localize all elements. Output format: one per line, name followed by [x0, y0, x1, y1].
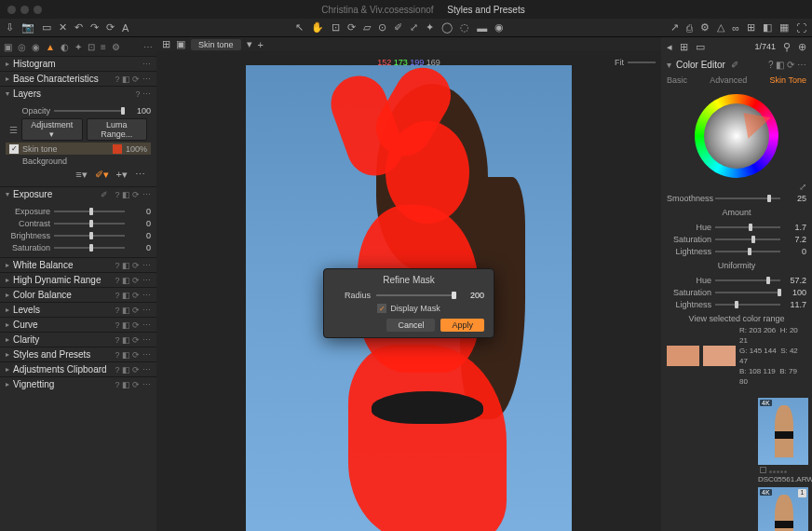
fullscreen-icon[interactable]: ⛶: [796, 22, 806, 34]
crop-icon[interactable]: ⊡: [332, 21, 340, 34]
luma-range-button[interactable]: Luma Range...: [87, 118, 148, 141]
base-characteristics-section[interactable]: ▸Base Characteristics? ◧ ⟳ ⋯: [0, 72, 156, 86]
amount-hue-slider[interactable]: Hue1.7: [667, 221, 806, 233]
library-tab-icon[interactable]: ▣: [4, 42, 12, 52]
thumbnail-0[interactable]: 4K DSC05561.ARW: [758, 398, 808, 483]
browser-prev-icon[interactable]: ◂: [667, 41, 672, 53]
undo-icon[interactable]: ↶: [74, 21, 83, 34]
camera-icon[interactable]: 📷: [21, 21, 34, 34]
display-mask-label: Display Mask: [390, 304, 440, 313]
gradient-icon[interactable]: ▬: [477, 22, 487, 34]
section-adjustments clipboard[interactable]: ▸Adjustments Clipboard? ◧ ⟳ ⋯: [0, 362, 156, 376]
tag-dropdown-icon[interactable]: ▾: [247, 38, 252, 50]
opacity-slider[interactable]: Opacity 100: [6, 104, 151, 116]
histogram-section[interactable]: ▸Histogram⋯: [0, 57, 156, 71]
tab-basic[interactable]: Basic: [667, 75, 687, 85]
folder-icon[interactable]: ▭: [42, 21, 51, 34]
exposure-section[interactable]: ▾Exposure✐ ? ◧ ⟳ ⋯: [0, 187, 156, 201]
variant-tag[interactable]: Skin tone: [191, 39, 241, 50]
search-icon[interactable]: ⚲: [783, 41, 791, 53]
redo-icon[interactable]: ↷: [90, 21, 99, 34]
mask-icon[interactable]: ∞: [732, 22, 739, 34]
mask-draw-icon[interactable]: ◯: [441, 21, 453, 34]
view-single-icon[interactable]: ▣: [176, 38, 185, 50]
adjust-tab-icon[interactable]: ⊡: [88, 42, 95, 52]
section-levels[interactable]: ▸Levels? ◧ ⟳ ⋯: [0, 303, 156, 317]
section-vignetting[interactable]: ▸Vignetting? ◧ ⟳ ⋯: [0, 377, 156, 391]
keystone-icon[interactable]: ▱: [363, 21, 371, 34]
tab-skin-tone[interactable]: Skin Tone: [770, 75, 806, 85]
warning-icon[interactable]: △: [717, 21, 724, 34]
color-editor-title[interactable]: Color Editor: [676, 60, 725, 70]
capture-tab-icon[interactable]: ◎: [18, 42, 26, 52]
uniformity-hue-slider[interactable]: Hue57.2: [667, 274, 806, 286]
color-tab-icon[interactable]: ▲: [46, 42, 55, 52]
tab-advanced[interactable]: Advanced: [710, 75, 747, 85]
slider-exposure[interactable]: Exposure0: [6, 205, 151, 217]
meta-tab-icon[interactable]: ≡: [101, 42, 106, 52]
tab-styles-presets[interactable]: Styles and Presets: [447, 5, 524, 15]
lens-tab-icon[interactable]: ◉: [32, 42, 40, 52]
mask-erase-icon[interactable]: ◌: [460, 21, 469, 34]
close-icon[interactable]: ✕: [59, 21, 67, 34]
smoothness-slider[interactable]: Smoothness 25: [667, 192, 806, 204]
uniformity-lightness-slider[interactable]: Lightness11.7: [667, 298, 806, 310]
layer-skin-tone[interactable]: ✓Skin tone 100%: [6, 143, 151, 155]
grid-icon[interactable]: ⊞: [747, 21, 755, 34]
radius-slider[interactable]: [376, 294, 456, 296]
auto-icon[interactable]: ⟳: [106, 21, 115, 34]
exposure-tab-icon[interactable]: ◐: [61, 42, 69, 52]
layer-brush-icon[interactable]: ✐▾: [95, 169, 109, 181]
gear-icon[interactable]: ⚙: [700, 21, 710, 34]
dropper-icon[interactable]: ⤢: [410, 21, 418, 34]
apply-button[interactable]: Apply: [440, 319, 484, 332]
section-white balance[interactable]: ▸White Balance? ◧ ⟳ ⋯: [0, 258, 156, 272]
thumbnail-1[interactable]: 4K1 DSC05562.ARW: [758, 487, 808, 531]
viewer: ⊞ ▣ Skin tone ▾ + 152 173 199 169 Fit: [156, 37, 661, 531]
more-icon[interactable]: ⋯: [143, 42, 153, 52]
tag-add-icon[interactable]: +: [258, 39, 264, 50]
hand-icon[interactable]: ✋: [311, 21, 324, 34]
brush-icon[interactable]: ✐: [394, 21, 402, 34]
import-icon[interactable]: ⇩: [6, 21, 14, 34]
export-icon[interactable]: ↗: [670, 21, 679, 34]
layers-section[interactable]: ▾Layers? ⋯: [0, 87, 156, 101]
adjustment-dropdown[interactable]: Adjustment ▾: [21, 118, 83, 141]
text-icon[interactable]: A: [122, 22, 129, 34]
layout-icon[interactable]: ▦: [779, 21, 789, 34]
browser-size-icon[interactable]: ▭: [696, 41, 705, 53]
slider-contrast[interactable]: Contrast0: [6, 217, 151, 229]
color-wheel[interactable]: [695, 94, 778, 178]
section-clarity[interactable]: ▸Clarity? ◧ ⟳ ⋯: [0, 333, 156, 347]
compare-icon[interactable]: ◧: [763, 21, 772, 34]
amount-saturation-slider[interactable]: Saturation7.2: [667, 233, 806, 245]
amount-lightness-slider[interactable]: Lightness0: [667, 245, 806, 257]
layer-add-icon[interactable]: +▾: [116, 169, 128, 181]
main-toolbar: ⇩ 📷 ▭ ✕ ↶ ↷ ⟳ A ↖ ✋ ⊡ ⟳ ▱ ⊙ ✐ ⤢ ✦ ◯ ◌ ▬ …: [0, 19, 812, 37]
slider-brightness[interactable]: Brightness0: [6, 229, 151, 241]
section-high dynamic range[interactable]: ▸High Dynamic Range? ◧ ⟳ ⋯: [0, 273, 156, 287]
window-controls[interactable]: [7, 6, 42, 14]
layer-menu-icon[interactable]: ≡▾: [75, 169, 87, 181]
print-icon[interactable]: ⎙: [686, 22, 693, 34]
output-tab-icon[interactable]: ⚙: [112, 42, 120, 52]
browser-grid-icon[interactable]: ⊞: [680, 41, 688, 53]
display-mask-checkbox[interactable]: ✓: [377, 304, 386, 313]
details-tab-icon[interactable]: ✦: [74, 42, 82, 52]
straighten-icon[interactable]: ⟳: [347, 21, 356, 34]
section-styles and presets[interactable]: ▸Styles and Presets? ◧ ⟳ ⋯: [0, 347, 156, 361]
section-curve[interactable]: ▸Curve? ◧ ⟳ ⋯: [0, 318, 156, 332]
slider-saturation[interactable]: Saturation0: [6, 241, 151, 253]
left-panel: ▣ ◎ ◉ ▲ ◐ ✦ ⊡ ≡ ⚙ ⋯ ▸Histogram⋯ ▸Base Ch…: [0, 37, 156, 531]
radial-icon[interactable]: ◉: [494, 21, 504, 34]
cancel-button[interactable]: Cancel: [386, 319, 435, 332]
section-color balance[interactable]: ▸Color Balance? ◧ ⟳ ⋯: [0, 288, 156, 302]
heal-icon[interactable]: ✦: [426, 21, 434, 34]
spot-icon[interactable]: ⊙: [378, 21, 386, 34]
filter-icon[interactable]: ⊕: [798, 41, 806, 53]
layer-more-icon[interactable]: ⋯: [135, 169, 145, 181]
layer-background[interactable]: Background: [6, 155, 151, 167]
uniformity-saturation-slider[interactable]: Saturation100: [667, 286, 806, 298]
view-grid-icon[interactable]: ⊞: [162, 38, 170, 50]
cursor-icon[interactable]: ↖: [295, 21, 304, 34]
